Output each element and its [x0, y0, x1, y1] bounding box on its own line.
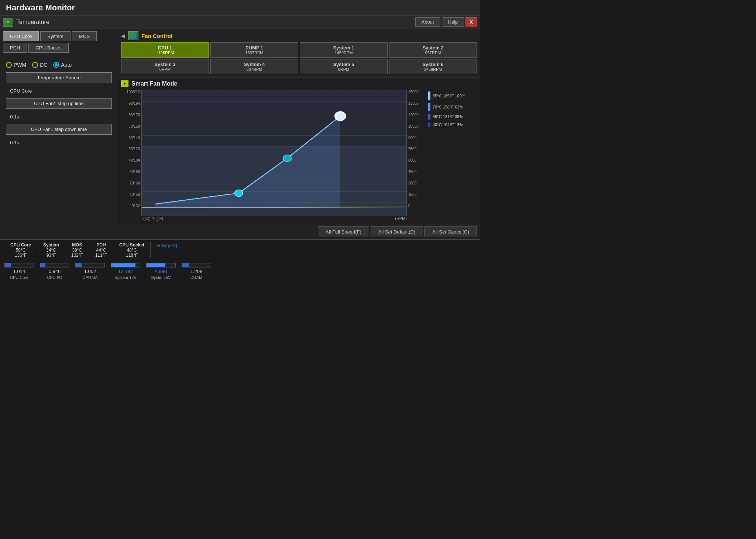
volt-bar-cpu-sa: [75, 263, 105, 267]
status-item-mos: MOS 39°C 102°F: [65, 242, 89, 258]
volt-name-system5v: System 5V: [151, 275, 171, 280]
fan-btn-pump1[interactable]: PUMP 1 1337RPM: [210, 42, 298, 58]
temp-source-button[interactable]: Temperature Source: [6, 72, 112, 83]
pwm-row: PWM DC Auto: [6, 62, 112, 68]
legend-bar-1: [428, 91, 430, 100]
status-pch-name: PCH: [96, 242, 106, 248]
all-full-speed-button[interactable]: All Full Speed(F): [318, 227, 369, 237]
status-system-celsius: 34°C: [46, 248, 56, 253]
chart-y-left: 100/212 90/194 80/176 70/158 60/140 50/1…: [121, 90, 141, 215]
pwm-radio[interactable]: PWM: [6, 62, 26, 68]
dc-radio[interactable]: DC: [32, 62, 47, 68]
fan-control-section: ◀ 🌀 Fan Control CPU 1 1196RPM PUMP 1 133…: [118, 28, 480, 239]
dc-label: DC: [40, 62, 47, 68]
help-button[interactable]: Help: [442, 17, 464, 27]
fan-btn-system2[interactable]: System 2 967RPM: [389, 42, 477, 58]
fan-nav-icon: 🌀: [128, 31, 138, 40]
status-mos-name: MOS: [72, 242, 82, 248]
status-cpu-core-celsius: 58°C: [16, 248, 26, 253]
status-cpu-core-fahrenheit: 136°F: [15, 253, 27, 258]
volt-name-cpu-io: CPU I/O: [47, 275, 62, 280]
status-item-cpu-core: CPU Core 58°C 136°F: [4, 242, 37, 258]
legend-item-2: 70°C 158°F 63%: [428, 103, 477, 111]
temp-btn-cpu-core[interactable]: CPU Core: [3, 31, 39, 41]
voltage-label-item: Voltage(V): [151, 242, 183, 258]
svg-point-4: [335, 112, 346, 121]
fan-btn-system3[interactable]: System 3 0RPM: [121, 59, 209, 74]
step-up-button[interactable]: CPU Fan1 step up time: [6, 98, 112, 109]
dc-radio-circle: [32, 62, 38, 68]
temp-buttons: CPU Core System MOS PCH CPU Socket: [0, 28, 118, 56]
action-buttons: All Full Speed(F) All Set Default(D) All…: [118, 224, 480, 239]
svg-point-2: [235, 190, 243, 196]
step-down-button[interactable]: CPU Fan1 step down time: [6, 124, 112, 135]
fan-btn-system1[interactable]: System 1 1459RPM: [300, 42, 388, 58]
chart-y-right: 15000 13500 12000 10500 9000 7500 6000 4…: [407, 90, 425, 215]
status-cpu-socket-celsius: 48°C: [127, 248, 137, 253]
status-mos-fahrenheit: 102°F: [71, 253, 83, 258]
volt-bar-system5v: [146, 263, 176, 267]
status-cpu-socket-fahrenheit: 118°F: [126, 253, 138, 258]
volt-value-system5v: 4.990: [155, 269, 167, 274]
status-item-system: System 34°C 93°F: [37, 242, 65, 258]
temp-btn-mos[interactable]: MOS: [72, 31, 97, 41]
status-item-pch: PCH 44°C 111°F: [89, 242, 113, 258]
voltage-item-cpu-io: 0.946 CPU I/O: [40, 263, 69, 280]
temp-source-value: : CPU Core: [6, 87, 112, 94]
status-system-fahrenheit: 93°F: [47, 253, 56, 258]
temp-btn-pch[interactable]: PCH: [3, 43, 27, 53]
legend-area: 85°C 185°F 100% 70°C 158°F 63% 55°C 131°…: [425, 90, 477, 215]
legend-bar-4: [428, 122, 430, 127]
temp-btn-system[interactable]: System: [40, 31, 70, 41]
voltage-item-dram: 1.208 DRAM: [182, 263, 211, 280]
fan-nav-title: Fan Control: [141, 33, 172, 39]
main-layout: CPU Core System MOS PCH CPU Socket PWM D…: [0, 28, 480, 239]
auto-radio[interactable]: Auto: [53, 62, 72, 68]
volt-bar-dram: [182, 263, 211, 267]
fan-selector: ◀ 🌀 Fan Control CPU 1 1196RPM PUMP 1 133…: [118, 28, 480, 77]
voltage-item-cpu-sa: 1.052 CPU SA: [75, 263, 105, 280]
status-item-cpu-socket: CPU Socket 48°C 118°F: [113, 242, 151, 258]
pwm-label: PWM: [14, 62, 26, 68]
fan-grid: CPU 1 1196RPM PUMP 1 1337RPM System 1 14…: [121, 42, 477, 74]
left-panel: PWM DC Auto Temperature Source : CPU Cor…: [0, 56, 118, 151]
all-set-cancel-button[interactable]: All Set Cancel(C): [425, 227, 477, 237]
legend-item-4: 40°C 104°F 13%: [428, 122, 477, 127]
volt-bar-cpu-io: [40, 263, 69, 267]
volt-value-cpu-core: 1.014: [13, 269, 25, 274]
title-bar: Hardware Monitor: [0, 0, 480, 16]
fan-btn-cpu1[interactable]: CPU 1 1196RPM: [121, 42, 209, 58]
step-up-value: : 0.1s: [6, 113, 112, 120]
status-mos-celsius: 39°C: [72, 248, 82, 253]
chart-area[interactable]: [141, 90, 407, 215]
fan-btn-system4[interactable]: System 4 807RPM: [210, 59, 298, 74]
all-set-default-button[interactable]: All Set Default(D): [371, 227, 423, 237]
voltage-item-system5v: 4.990 System 5V: [146, 263, 176, 280]
volt-value-cpu-io: 0.946: [49, 269, 61, 274]
status-pch-fahrenheit: 111°F: [95, 253, 107, 258]
smart-fan-label: Smart Fan Mode: [131, 80, 177, 87]
about-button[interactable]: About: [415, 17, 440, 27]
volt-value-cpu-sa: 1.052: [84, 269, 96, 274]
voltage-item-system12v: 12.192 System 12V: [111, 263, 140, 280]
chart-container: 100/212 90/194 80/176 70/158 60/140 50/1…: [121, 90, 477, 215]
legend-item-3: 55°C 131°F 38%: [428, 114, 477, 120]
main-container: ≈ Temperature About Help X CPU Core Syst…: [0, 16, 480, 283]
fan-btn-system5[interactable]: System 5 0RPM: [300, 59, 388, 74]
volt-value-system12v: 12.192: [118, 269, 133, 274]
volt-name-cpu-sa: CPU SA: [83, 275, 98, 280]
section-icon: ≈: [3, 18, 13, 27]
legend-bar-3: [428, 114, 430, 120]
auto-label: Auto: [61, 62, 72, 68]
close-button[interactable]: X: [465, 17, 477, 27]
fan-curve-svg: [142, 90, 406, 215]
step-down-value: : 0.1s: [6, 139, 112, 145]
volt-name-system12v: System 12V: [114, 275, 136, 280]
volt-bar-cpu-core: [4, 263, 34, 267]
fan-btn-system6[interactable]: System 6 3468RPM: [389, 59, 477, 74]
temp-btn-cpu-socket[interactable]: CPU Socket: [28, 43, 69, 53]
voltage-section: 1.014 CPU Core 0.946 CPU I/O 1.052 CPU S…: [0, 260, 480, 283]
volt-name-cpu-core: CPU Core: [10, 275, 28, 280]
right-panel: ▼ Smart Fan Mode 100/212 90/194 80/176 7…: [118, 77, 480, 224]
section-title: Temperature: [16, 19, 49, 25]
